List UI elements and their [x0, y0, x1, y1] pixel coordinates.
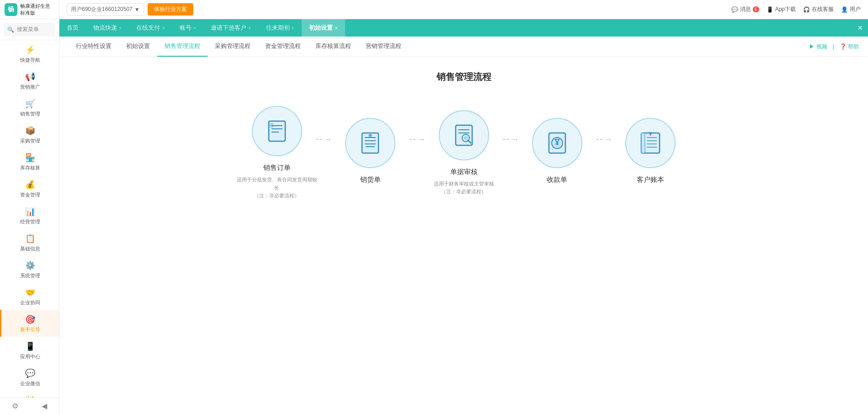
sidebar-item-inventory[interactable]: 🏪 库存核算 — [0, 148, 59, 175]
nav-tab-logistics[interactable]: 物流快递× — [86, 19, 129, 37]
nav-tabs: 首页物流快递×在线支付×账号×邀请下游客户×往来期初×初始设置×× — [59, 19, 868, 37]
sub-tab-sales-flow[interactable]: 销售管理流程 — [157, 37, 208, 57]
divider: | — [833, 43, 834, 50]
flow-step-title-payment-receipt: 收款单 — [547, 175, 567, 184]
nav-tab-home[interactable]: 首页 — [59, 19, 86, 37]
user-profile-action[interactable]: 👤 用户 — [841, 5, 861, 13]
app-download-label: App下载 — [775, 5, 796, 13]
sidebar-item-purchase-mgmt[interactable]: 📦 采购管理 — [0, 121, 59, 148]
message-badge: 6 — [753, 6, 759, 12]
sidebar-icon-marketing-promo: 📢 — [25, 72, 35, 82]
flow-step-title-doc-review: 单据审核 — [450, 168, 478, 176]
page-title-text: 销售管理流程 — [437, 72, 491, 82]
app-download-action[interactable]: 📱 App下载 — [767, 5, 796, 13]
sidebar-item-quick-nav[interactable]: ⚡ 快捷导航 — [0, 40, 59, 67]
nav-tab-history[interactable]: 往来期初× — [259, 19, 302, 37]
sidebar-icon-sales-mgmt: 🛒 — [25, 99, 35, 109]
flow-step-customer-ledger: ¥ 客户账本 — [609, 118, 692, 188]
sidebar-label-enterprise-coop: 企业协同 — [20, 299, 40, 306]
nav-tab-close-payment[interactable]: × — [162, 25, 165, 31]
headset-icon: 🎧 — [803, 6, 810, 13]
sidebar-item-sales-mgmt[interactable]: 🛒 销售管理 — [0, 94, 59, 121]
sidebar-label-marketing-promo: 营销推广 — [20, 84, 40, 90]
nav-tab-invite[interactable]: 邀请下游客户× — [203, 19, 258, 37]
nav-tab-label-setup: 初始设置 — [309, 24, 333, 32]
sidebar-bottom: ⚙ ◀ — [0, 398, 59, 414]
header-left: 用户690企业1660120507 ▼ 体验行业方案 — [67, 3, 193, 16]
nav-tab-close-account[interactable]: × — [193, 25, 196, 31]
sidebar-item-fund-mgmt[interactable]: 💰 资金管理 — [0, 175, 59, 202]
nav-tab-close-logistics[interactable]: × — [119, 25, 122, 31]
sidebar-item-system-mgmt[interactable]: ⚙️ 系统管理 — [0, 256, 59, 283]
sub-tabs-right: ▶ 视频 | ❓ 帮助 — [809, 43, 859, 51]
search-menu-button[interactable]: 🔍 搜索菜单 — [4, 23, 55, 36]
sidebar-icon-enterprise-coop: 🤝 — [25, 287, 35, 297]
collapse-icon[interactable]: ◀ — [42, 402, 47, 410]
sidebar-label-app-center: 应用中心 — [20, 353, 40, 360]
sub-tab-sales-mgmt-flow[interactable]: 营销管理流程 — [358, 37, 409, 57]
sidebar-logo: 畅 畅康通好生意 标准版 — [0, 0, 59, 19]
online-service-action[interactable]: 🎧 在线客服 — [803, 5, 834, 13]
sidebar-item-app-center[interactable]: 📱 应用中心 — [0, 337, 59, 364]
sidebar-icon-new-guide: 🎯 — [25, 314, 35, 324]
sidebar-item-new-guide[interactable]: 🎯 新手引导 — [0, 310, 59, 337]
flow-circle-sales-order — [252, 106, 302, 156]
sidebar-item-enterprise-coop[interactable]: 🤝 企业协同 — [0, 283, 59, 310]
logo-line1: 畅康通好生意 — [20, 3, 50, 9]
flow-circle-payment-receipt: ¥ — [532, 118, 582, 168]
user-selector-label: 用户690企业1660120507 — [71, 5, 133, 13]
online-service-label: 在线客服 — [812, 5, 834, 13]
nav-tab-payment[interactable]: 在线支付× — [129, 19, 172, 37]
sidebar-item-chang-member[interactable]: 👑 畅会员 — [0, 391, 59, 398]
message-icon: 💬 — [731, 6, 738, 13]
nav-tab-close-setup[interactable]: × — [335, 25, 337, 31]
flow-diagram: 销售订单 适用于分批发货、有合同发货周期较长（注：非必要流程） - - → 销货… — [59, 92, 868, 228]
logo-icon: 畅 — [5, 3, 17, 16]
trial-button[interactable]: 体验行业方案 — [148, 3, 193, 16]
nav-tab-label-home: 首页 — [67, 24, 79, 32]
logo-line2: 标准版 — [20, 10, 50, 16]
sidebar-label-basic-info: 基础信息 — [20, 245, 40, 252]
sub-tab-purchase-flow[interactable]: 采购管理流程 — [208, 37, 258, 57]
message-action[interactable]: 💬 消息 6 — [731, 5, 759, 13]
svg-rect-4 — [270, 123, 273, 127]
svg-rect-21 — [641, 133, 645, 153]
svg-point-15 — [464, 136, 468, 140]
nav-tab-label-logistics: 物流快递 — [93, 24, 117, 32]
flow-step-desc-sales-order: 适用于分批发货、有合同发货周期较长（注：非必要流程） — [236, 176, 318, 200]
sidebar-icon-purchase-mgmt: 📦 — [25, 126, 35, 136]
flow-step-doc-review: 单据审核 适用于财务审核或主管审核（注：非必要流程） — [423, 110, 505, 196]
flow-circle-doc-review — [439, 110, 489, 160]
flow-circle-sales-invoice — [345, 118, 395, 168]
nav-tab-close-history[interactable]: × — [292, 25, 294, 31]
nav-tab-setup[interactable]: 初始设置× — [302, 19, 345, 37]
page-title: 销售管理流程 — [59, 57, 868, 92]
sidebar-label-new-guide: 新手引导 — [20, 326, 40, 333]
sidebar-item-basic-info[interactable]: 📋 基础信息 — [0, 229, 59, 256]
user-selector[interactable]: 用户690企业1660120507 ▼ — [67, 3, 144, 16]
sidebar-label-operations-mgmt: 经营管理 — [20, 218, 40, 225]
sidebar-item-operations-mgmt[interactable]: 📊 经营管理 — [0, 202, 59, 229]
help-icon: ❓ — [840, 43, 847, 50]
sidebar-item-marketing-promo[interactable]: 📢 营销推广 — [0, 67, 59, 94]
sidebar-label-system-mgmt: 系统管理 — [20, 272, 40, 279]
nav-tab-label-history: 往来期初 — [266, 24, 290, 32]
search-menu-label: 搜索菜单 — [17, 26, 39, 33]
sub-tab-initial-settings[interactable]: 初始设置 — [119, 37, 157, 57]
flow-step-desc-doc-review: 适用于财务审核或主管审核（注：非必要流程） — [434, 180, 494, 196]
flow-step-title-sales-order: 销售订单 — [263, 164, 291, 172]
header-right: 💬 消息 6 📱 App下载 🎧 在线客服 👤 用户 — [731, 5, 861, 13]
settings-icon[interactable]: ⚙ — [12, 402, 18, 410]
help-link[interactable]: ❓ 帮助 — [840, 43, 859, 51]
sub-tab-inventory-flow[interactable]: 库存核算流程 — [308, 37, 358, 57]
flow-step-title-sales-invoice: 销货单 — [360, 175, 381, 184]
sidebar: 畅 畅康通好生意 标准版 🔍 搜索菜单 ⚡ 快捷导航 📢 营销推广 🛒 销售管理… — [0, 0, 59, 414]
nav-tab-account[interactable]: 账号× — [172, 19, 203, 37]
sub-tab-fund-flow[interactable]: 资金管理流程 — [258, 37, 308, 57]
sidebar-item-enterprise-wechat[interactable]: 💬 企业微信 — [0, 364, 59, 391]
nav-tab-close-invite[interactable]: × — [248, 25, 251, 31]
close-all-tabs[interactable]: × — [852, 19, 868, 37]
video-link[interactable]: ▶ 视频 — [809, 43, 827, 51]
sub-tab-industry-settings[interactable]: 行业特性设置 — [69, 37, 119, 57]
sidebar-label-fund-mgmt: 资金管理 — [20, 191, 40, 198]
